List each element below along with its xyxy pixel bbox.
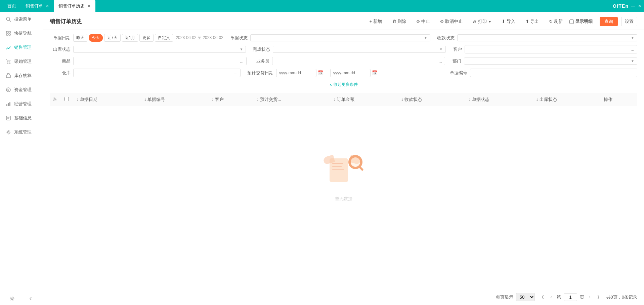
tab-sales-order-close[interactable]: ✕ (46, 4, 49, 8)
date-btn-7days[interactable]: 近7天 (104, 34, 121, 42)
expected-date-to[interactable] (330, 69, 371, 77)
show-detail-checkbox[interactable] (569, 20, 574, 24)
content-area: 销售订单历史 + 新增 🗑 删除 ⊘ 中止 ⊘ 取消中止 🖨 打印 ▼ (43, 12, 644, 305)
th-out-status[interactable]: ↕ 出库状态 (533, 93, 601, 106)
doc-status-control: ▼ (250, 34, 430, 41)
svg-point-7 (9, 63, 10, 64)
filter-row-3: 商品 ... 业务员 ... 部门 ▼ (50, 57, 637, 65)
th-doc-status-label: ↕ 单据状态 (469, 97, 489, 102)
tab-sales-order[interactable]: 销售订单 ✕ (21, 0, 54, 12)
date-filter-btns: 昨天 今天 近7天 近1月 更多 自定义 2023-06-02 至 2023-0… (73, 34, 223, 42)
export-btn-label: ⬆ 导出 (525, 18, 539, 25)
sidebar-item-purchase-mgmt[interactable]: 采购管理 (0, 54, 43, 69)
doc-number-control (470, 69, 637, 77)
delete-btn[interactable]: 🗑 删除 (389, 17, 410, 26)
filter-row-2: 出库状态 ▼ 完成状态 ▼ 客户 ... (50, 45, 637, 53)
new-btn[interactable]: + 新增 (366, 17, 385, 26)
tab-home[interactable]: 首页 (3, 0, 21, 12)
date-from-calendar-icon[interactable]: 📅 (318, 70, 323, 75)
sidebar-item-system-label: 系统管理 (14, 129, 32, 135)
salesman-input[interactable]: ... (272, 57, 445, 65)
date-separator: — (325, 70, 329, 75)
export-btn[interactable]: ⬆ 导出 (522, 17, 543, 26)
sidebar-item-finance[interactable]: ¥ 资金管理 (0, 83, 43, 97)
th-doc-status[interactable]: ↕ 单据状态 (466, 93, 533, 106)
sidebar-item-basic-info[interactable]: 基础信息 (0, 111, 43, 125)
expected-date-from[interactable] (276, 69, 316, 77)
tab-sales-order-history-close[interactable]: ✕ (87, 4, 91, 8)
select-all-checkbox[interactable] (65, 97, 69, 101)
date-btn-today[interactable]: 今天 (89, 34, 103, 42)
print-btn[interactable]: 🖨 打印 ▼ (469, 17, 495, 26)
filter-row-4: 仓库 ... 预计交货日期 📅 — 📅 单据编号 (50, 69, 637, 77)
expected-date-label: 预计交货日期 (247, 70, 276, 76)
window-minimize[interactable]: — (631, 4, 635, 8)
sidebar-item-inventory[interactable]: 库存核算 (0, 69, 43, 83)
import-btn[interactable]: ⬇ 导入 (498, 17, 519, 26)
th-receipt-status[interactable]: ↕ 收款状态 (398, 93, 466, 106)
sidebar-collapse-btn[interactable] (28, 296, 33, 302)
doc-number-input[interactable] (470, 69, 637, 77)
expected-date-control: 📅 — 📅 (276, 69, 443, 77)
date-btn-more[interactable]: 更多 (139, 34, 154, 42)
prev-page-btn[interactable]: ‹ (549, 294, 554, 301)
th-expected-delivery[interactable]: ↕ 预计交货... (254, 93, 331, 106)
finance-icon: ¥ (5, 87, 11, 93)
sidebar-item-operations[interactable]: 经营管理 (0, 97, 43, 111)
salesman-more-icon: ... (439, 59, 442, 64)
collapse-icon: ∧ (329, 82, 332, 87)
th-customer[interactable]: ↕ 客户 (209, 93, 254, 106)
date-btn-custom[interactable]: 自定义 (155, 34, 173, 42)
customer-input[interactable]: ... (465, 45, 637, 53)
page-number-input[interactable] (564, 293, 577, 301)
sidebar-item-search-menu[interactable]: 搜索菜单 (0, 12, 43, 26)
page-header: 销售订单历史 + 新增 🗑 删除 ⊘ 中止 ⊘ 取消中止 🖨 打印 ▼ (43, 12, 644, 30)
receipt-status-label: 收款状态 (437, 35, 457, 41)
product-label: 商品 (50, 58, 73, 64)
department-select[interactable]: ▼ (464, 58, 637, 65)
query-btn-label: 查询 (604, 18, 613, 25)
refresh-btn[interactable]: ↻ 刷新 (546, 17, 566, 26)
expected-date-group: 📅 — 📅 (276, 69, 377, 77)
sidebar-settings-btn[interactable] (9, 296, 15, 302)
collapse-link[interactable]: ∧ 收起更多条件 (50, 80, 637, 89)
sidebar-item-quick-nav[interactable]: 快捷导航 (0, 26, 43, 40)
th-checkbox (62, 93, 74, 106)
out-status-select[interactable]: ▼ (73, 46, 246, 53)
settings-btn[interactable]: 设置 (621, 17, 637, 26)
sidebar-item-system[interactable]: 系统管理 (0, 125, 43, 139)
tab-sales-order-history[interactable]: 销售订单历史 ✕ (54, 0, 95, 12)
th-operation-label: 操作 (604, 97, 612, 102)
receipt-status-select[interactable]: ▼ (457, 34, 637, 41)
basic-info-icon (5, 115, 11, 121)
stop-btn[interactable]: ⊘ 中止 (413, 17, 433, 26)
sidebar-item-sales-mgmt[interactable]: 销售管理 (0, 40, 43, 54)
svg-line-1 (9, 20, 11, 22)
complete-status-select[interactable]: ▼ (273, 46, 445, 53)
column-settings-btn[interactable] (52, 97, 57, 103)
warehouse-control: ... (73, 69, 241, 77)
product-input[interactable]: ... (73, 57, 247, 65)
last-page-btn[interactable]: 》 (595, 293, 604, 301)
th-order-amount[interactable]: ↕ 订单金额 (331, 93, 398, 106)
page-title: 销售订单历史 (50, 18, 82, 25)
first-page-btn[interactable]: 《 (538, 293, 546, 301)
doc-status-select[interactable]: ▼ (250, 34, 430, 41)
date-btn-1month[interactable]: 近1月 (122, 34, 138, 42)
warehouse-input[interactable]: ... (73, 69, 241, 77)
page-label: 第 (557, 294, 561, 300)
th-doc-number[interactable]: ↕ 单据编号 (141, 93, 209, 106)
date-to-calendar-icon[interactable]: 📅 (372, 70, 377, 75)
operations-icon (5, 101, 11, 107)
window-close[interactable]: ✕ (638, 4, 641, 8)
next-page-btn[interactable]: › (587, 294, 592, 301)
cancel-stop-btn[interactable]: ⊘ 取消中止 (437, 17, 466, 26)
date-btn-yesterday[interactable]: 昨天 (73, 34, 87, 42)
query-btn[interactable]: 查询 (600, 17, 618, 26)
receipt-status-control: ▼ (457, 34, 637, 41)
sidebar-item-purchase-mgmt-label: 采购管理 (14, 59, 32, 65)
print-dropdown-icon[interactable]: ▼ (488, 20, 491, 24)
svg-rect-5 (9, 34, 10, 35)
th-doc-date[interactable]: ↕ 单据日期 (74, 93, 141, 106)
page-size-select[interactable]: 50 20 100 (516, 293, 535, 301)
